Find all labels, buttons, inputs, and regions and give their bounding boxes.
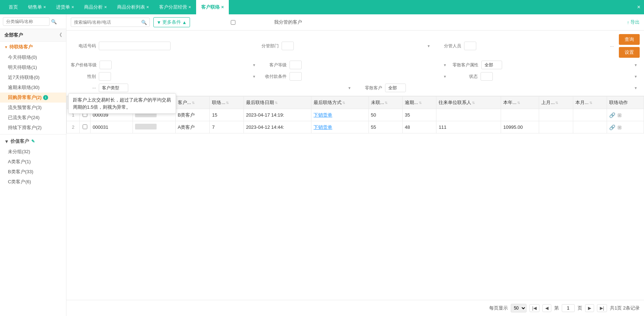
customer-price-select-wrap: ▼ — [99, 61, 258, 69]
search-wrap: 🔍 — [71, 18, 150, 27]
row-2-qr-icon[interactable]: ⊞ — [617, 124, 622, 130]
prev-page-button[interactable]: ◀ — [542, 304, 551, 312]
sidebar-repurchase-abnormal[interactable]: 回购异常客户(2) i — [0, 93, 66, 103]
th-this-month[interactable]: 本月... ⇅ — [573, 96, 607, 109]
branch-dept-select[interactable] — [282, 42, 294, 50]
th-yearly[interactable]: 本年... ⇅ — [501, 96, 539, 109]
row-2-method-link[interactable]: 下销货单 — [314, 124, 332, 130]
nav-product-analysis-list[interactable]: 商品分析列表 × — [112, 0, 154, 14]
nav-home[interactable]: 首页 — [4, 0, 23, 14]
nav-purchase[interactable]: 进货单 × — [51, 0, 79, 14]
value-arrow-icon: ▼ — [4, 139, 9, 144]
customer-price-label: 客户价格等级 — [71, 62, 97, 68]
customer-type-label: ··· — [71, 85, 96, 90]
nav-customer-contact[interactable]: 客户联络 × — [196, 0, 229, 14]
th-last-month[interactable]: 上月... ⇅ — [539, 96, 573, 109]
row-2-last-method[interactable]: 下销货单 — [311, 121, 369, 133]
th-uncontacted[interactable]: 未联... ⇅ — [369, 96, 402, 109]
next-page-button[interactable]: ▶ — [585, 304, 594, 312]
row-2-contact-count: 7 — [210, 121, 244, 133]
per-page-select[interactable]: 50 — [511, 304, 527, 312]
branch-person-select[interactable] — [464, 42, 476, 50]
row-2-yearly: 10995.00 — [501, 121, 539, 133]
sidebar-b-class[interactable]: B类客户(33) — [0, 167, 66, 177]
branch-person-field: 分管人员 ··· — [436, 42, 615, 50]
row-1-last-method[interactable]: 下销货单 — [311, 109, 369, 121]
overdue-pending-label: 逾期未联络(30) — [8, 84, 40, 91]
status-select-wrap: ▼ — [481, 72, 640, 81]
th-customer-type[interactable]: 客户... ⇅ — [175, 96, 210, 109]
customer-level-select[interactable] — [289, 61, 302, 69]
row-2-unit-contact: 111 — [436, 121, 501, 133]
branch-person-select-wrap — [464, 42, 608, 50]
status-select[interactable] — [481, 72, 493, 81]
customer-type-select[interactable]: 客户类型 — [99, 84, 128, 92]
sidebar-lost-pre-warning[interactable]: 流失预警客户(3) — [0, 103, 66, 113]
sidebar-ungrouped[interactable]: 未分组(32) — [0, 147, 66, 157]
sidebar-lost-customers[interactable]: 已流失客户(24) — [0, 113, 66, 123]
row-1-last-month — [539, 109, 573, 121]
nav-sales[interactable]: 销售单 × — [23, 0, 51, 14]
phone-input[interactable] — [99, 42, 171, 50]
row-1-qr-icon[interactable]: ⊞ — [617, 112, 622, 118]
per-page-label: 每页显示 — [489, 305, 508, 311]
th-overdue[interactable]: 逾期... ⇅ — [402, 96, 436, 109]
row-1-yearly — [501, 109, 539, 121]
branch-person-dots[interactable]: ··· — [608, 43, 615, 49]
nav-product-analysis[interactable]: 商品分析 × — [79, 0, 112, 14]
repurchase-info-icon: i — [43, 95, 48, 100]
setting-button[interactable]: 设置 — [619, 47, 640, 58]
row-1-overdue: 35 — [402, 109, 436, 121]
sidebar-tomorrow-pending[interactable]: 明天待联络(1) — [0, 62, 66, 72]
th-last-contact-method[interactable]: 最后联络方式 ⇅ — [311, 96, 369, 109]
th-unit-contact[interactable]: 往来单位联系人 ⇅ — [436, 96, 501, 109]
sidebar-pending-contact-section[interactable]: ▼ 待联络客户 — [0, 42, 66, 52]
sidebar-continuous-down[interactable]: 持续下滑客户(2) — [0, 123, 66, 133]
gender-select[interactable] — [99, 72, 111, 81]
main-search-input[interactable] — [71, 18, 150, 27]
more-conditions-button[interactable]: ▼ 更多条件 ▲ — [153, 17, 190, 27]
phone-label: 电话号码 — [71, 43, 96, 49]
last-page-button[interactable]: ▶| — [597, 304, 607, 312]
export-button[interactable]: ↑ 导出 — [627, 19, 640, 25]
my-customers-checkbox-wrap[interactable]: 我分管的客户 — [194, 19, 302, 25]
row-2-name[interactable] — [133, 121, 175, 133]
filter-row-4: ··· 客户类型 ▼ 零散客户 全部 ▼ — [71, 84, 640, 92]
row-1-link-icon[interactable]: 🔗 — [609, 112, 615, 118]
nav-customer-tiered[interactable]: 客户分层经营 × — [154, 0, 196, 14]
sidebar-today-pending[interactable]: 今天待联络(0) — [0, 52, 66, 62]
retail-attr-select[interactable]: 全部 — [481, 61, 502, 69]
row-2-last-month — [539, 121, 573, 133]
value-edit-icon[interactable]: ✎ — [31, 139, 35, 144]
sidebar-c-class[interactable]: C类客户(6) — [0, 177, 66, 187]
data-table-container: ⚙ 客户编码 ⇅ 客户名称 — [66, 96, 644, 300]
retail-attr-field: 零散客户属性 全部 ▼ — [453, 61, 640, 69]
main-search-icon[interactable]: 🔍 — [141, 20, 147, 25]
close-button[interactable]: × — [637, 4, 640, 10]
customer-type-field: ··· 客户类型 ▼ — [71, 84, 353, 92]
row-1-type: B类客户 — [175, 109, 210, 121]
page-number-input[interactable] — [562, 304, 575, 312]
pagination: 每页显示 50 |◀ ◀ 第 页 ▶ ▶| 共1页 2条记录 — [66, 300, 644, 316]
row-2-link-icon[interactable]: 🔗 — [609, 124, 615, 130]
customer-price-select[interactable] — [99, 61, 112, 69]
pending-contact-label: 待联络客户 — [9, 44, 33, 50]
payment-select[interactable] — [289, 72, 302, 81]
th-last-contact-date[interactable]: 最后联络日期 ⇅ — [244, 96, 311, 109]
sidebar-overdue-pending[interactable]: 逾期未联络(30) — [0, 82, 66, 93]
th-contact-count[interactable]: 联络... ⇅ — [210, 96, 244, 109]
query-button[interactable]: 查询 — [619, 34, 640, 45]
retail-customer-select[interactable]: 全部 — [385, 84, 406, 92]
row-1-method-link[interactable]: 下销货单 — [314, 112, 332, 118]
sidebar-a-class[interactable]: A类客户(1) — [0, 157, 66, 167]
retail-customer-field: 零散客户 全部 ▼ — [357, 84, 640, 92]
sidebar-search-input[interactable] — [3, 17, 50, 26]
sidebar-divider — [0, 134, 66, 135]
sidebar-collapse-icon[interactable]: 《 — [57, 32, 62, 38]
sidebar-week-pending[interactable]: 近7天待联络(0) — [0, 72, 66, 82]
row-2-checkbox[interactable] — [83, 124, 87, 129]
sidebar-search-icon[interactable]: 🔍 — [51, 19, 57, 24]
my-customers-checkbox[interactable] — [194, 20, 273, 25]
row-checkbox-2[interactable] — [80, 121, 91, 133]
first-page-button[interactable]: |◀ — [529, 304, 539, 312]
